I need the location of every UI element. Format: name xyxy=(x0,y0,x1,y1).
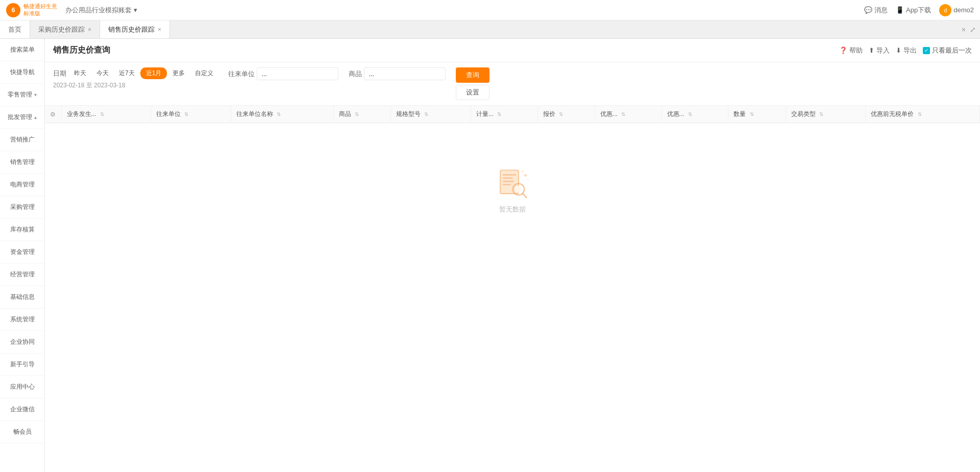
message-icon: 💬 xyxy=(864,6,872,14)
sort-arrows-biz-date: ⇅ xyxy=(100,111,104,117)
tab-sales-history-close[interactable]: × xyxy=(158,26,161,33)
wholesale-mgmt-arrow-icon: ▴ xyxy=(34,114,37,120)
svg-rect-4 xyxy=(503,184,511,185)
table-col-counterpart-id[interactable]: 往来单位 ⇅ xyxy=(151,106,231,123)
maximize-icon[interactable]: ⤢ xyxy=(970,26,976,34)
counterpart-input[interactable]: ... xyxy=(257,67,338,80)
table-col-biz-date[interactable]: 业务发生... ⇅ xyxy=(61,106,151,123)
date-btn-last7days[interactable]: 近7天 xyxy=(114,67,139,79)
sidebar-item-enterprise-collab[interactable]: 企业协同 xyxy=(0,331,44,353)
sidebar-item-basic-info[interactable]: 基础信息 xyxy=(0,286,44,309)
svg-point-9 xyxy=(522,171,523,172)
ecommerce-mgmt-label: 电商管理 xyxy=(10,180,35,189)
svg-rect-2 xyxy=(503,177,513,178)
table-header-row: ⚙ 业务发生... ⇅ 往来单位 ⇅ 往来单位名称 ⇅ xyxy=(45,106,980,123)
sidebar-item-operations-mgmt[interactable]: 经营管理 xyxy=(0,264,44,286)
table-col-counterpart-name[interactable]: 往来单位名称 ⇅ xyxy=(231,106,333,123)
top-bar-left: 6 畅捷通好生意 标准版 办公用品行业模拟账套 ▾ xyxy=(6,3,141,17)
table-col-spec[interactable]: 规格型号 ⇅ xyxy=(391,106,471,123)
empty-illustration xyxy=(492,164,533,205)
date-btn-more[interactable]: 更多 xyxy=(168,67,189,79)
operations-mgmt-label: 经营管理 xyxy=(10,270,35,279)
tab-purchase-history[interactable]: 采购历史价跟踪 × xyxy=(30,20,100,38)
date-buttons: 昨天 今天 近7天 近1月 更多 自定义 xyxy=(69,67,218,79)
product-input[interactable]: ... xyxy=(364,67,446,80)
query-button[interactable]: 查询 xyxy=(456,67,489,83)
wholesale-mgmt-label: 批发管理 xyxy=(8,113,32,122)
app-center-label: 应用中心 xyxy=(10,383,35,391)
table-col-quantity[interactable]: 数量 ⇅ xyxy=(728,106,786,123)
tab-sales-history-label: 销售历史价跟踪 xyxy=(108,25,155,34)
sidebar-item-marketing-promo[interactable]: 营销推广 xyxy=(0,129,44,151)
date-btn-today[interactable]: 今天 xyxy=(92,67,113,79)
sidebar-item-wholesale-mgmt[interactable]: 批发管理 ▴ xyxy=(0,106,44,129)
import-icon: ⬆ xyxy=(869,46,874,54)
date-btn-yesterday[interactable]: 昨天 xyxy=(69,67,91,79)
sidebar-item-finance-mgmt[interactable]: 资金管理 xyxy=(0,241,44,264)
date-btn-custom[interactable]: 自定义 xyxy=(190,67,218,79)
sidebar-item-quick-nav[interactable]: 快捷导航 xyxy=(0,61,44,84)
sidebar-item-app-center[interactable]: 应用中心 xyxy=(0,376,44,398)
sidebar-item-enterprise-wechat[interactable]: 企业微信 xyxy=(0,398,44,421)
svg-point-10 xyxy=(527,179,528,180)
basic-info-label: 基础信息 xyxy=(10,293,35,301)
sort-arrows-trade-type: ⇅ xyxy=(819,111,823,117)
table-col-discount2[interactable]: 优惠... ⇅ xyxy=(662,106,728,123)
app-download-btn[interactable]: 📱 App下载 xyxy=(896,6,931,15)
import-btn[interactable]: ⬆ 导入 xyxy=(869,46,890,55)
filter-bar: 日期 昨天 今天 近7天 近1月 更多 自定义 2023-02-18 至 202… xyxy=(45,62,980,106)
svg-line-7 xyxy=(523,194,526,198)
finance-mgmt-label: 资金管理 xyxy=(10,248,35,256)
help-btn[interactable]: ❓ 帮助 xyxy=(839,46,863,55)
tab-home[interactable]: 首页 xyxy=(0,20,30,38)
product-filter-label: 商品 xyxy=(349,69,362,79)
sidebar-item-ecommerce-mgmt[interactable]: 电商管理 xyxy=(0,174,44,196)
settings-button[interactable]: 设置 xyxy=(456,85,489,100)
sidebar-item-inventory-calc[interactable]: 库存核算 xyxy=(0,219,44,241)
sidebar-item-member-club[interactable]: 畅会员 xyxy=(0,421,44,443)
chevron-down-icon: ▾ xyxy=(134,6,137,14)
sort-arrows-counterpart-name: ⇅ xyxy=(277,111,281,117)
tab-sales-history[interactable]: 销售历史价跟踪 × xyxy=(100,20,170,38)
retail-mgmt-arrow-icon: ▾ xyxy=(34,92,37,98)
table-col-unit[interactable]: 计量... ⇅ xyxy=(471,106,537,123)
close-all-icon[interactable]: × xyxy=(962,26,966,34)
date-btn-last1month[interactable]: 近1月 xyxy=(140,67,167,79)
sidebar-item-system-mgmt[interactable]: 系统管理 xyxy=(0,309,44,331)
sidebar-item-sales-mgmt[interactable]: 销售管理 xyxy=(0,151,44,174)
only-last-checkbox-label[interactable]: 只看最后一次 xyxy=(923,46,972,55)
phone-icon: 📱 xyxy=(896,6,904,14)
product-filter: 商品 ... xyxy=(349,67,446,80)
table-col-discount1[interactable]: 优惠... ⇅ xyxy=(595,106,662,123)
table-col-product[interactable]: 商品 ⇅ xyxy=(333,106,390,123)
tab-purchase-history-label: 采购历史价跟踪 xyxy=(38,25,85,34)
table-col-quote[interactable]: 报价 ⇅ xyxy=(537,106,595,123)
svg-point-8 xyxy=(524,174,527,177)
data-table: ⚙ 业务发生... ⇅ 往来单位 ⇅ 往来单位名称 ⇅ xyxy=(45,106,980,123)
table-settings-icon[interactable]: ⚙ xyxy=(50,111,56,118)
purchase-mgmt-label: 采购管理 xyxy=(10,203,35,211)
only-last-checkbox[interactable] xyxy=(923,47,930,54)
app-selector[interactable]: 办公用品行业模拟账套 ▾ xyxy=(61,4,141,17)
member-club-label: 畅会员 xyxy=(13,428,32,436)
avatar: d xyxy=(939,4,951,16)
tab-bar-actions: × ⤢ xyxy=(958,26,980,34)
page-header: 销售历史价查询 ❓ 帮助 ⬆ 导入 ⬇ 导出 只看最后一次 xyxy=(45,39,980,62)
empty-text: 暂无数据 xyxy=(499,205,526,214)
message-btn[interactable]: 💬 消息 xyxy=(864,6,888,15)
sidebar-item-new-guide[interactable]: 新手引导 xyxy=(0,353,44,376)
export-btn[interactable]: ⬇ 导出 xyxy=(896,46,917,55)
tab-purchase-history-close[interactable]: × xyxy=(88,26,91,33)
app-selector-label: 办公用品行业模拟账套 xyxy=(65,6,132,15)
svg-rect-3 xyxy=(503,181,514,182)
empty-state: 暂无数据 xyxy=(45,123,980,255)
user-profile-btn[interactable]: d demo2 xyxy=(939,4,974,16)
content-area: 销售历史价查询 ❓ 帮助 ⬆ 导入 ⬇ 导出 只看最后一次 xyxy=(45,39,980,472)
system-mgmt-label: 系统管理 xyxy=(10,315,35,324)
table-col-trade-type[interactable]: 交易类型 ⇅ xyxy=(786,106,866,123)
app-logo-icon: 6 xyxy=(6,3,20,17)
sidebar-item-search-menu[interactable]: 搜索菜单 xyxy=(0,39,44,61)
table-col-pre-discount-price[interactable]: 优惠前无税单价 ⇅ xyxy=(866,106,980,123)
sidebar-item-purchase-mgmt[interactable]: 采购管理 xyxy=(0,196,44,219)
sidebar-item-retail-mgmt[interactable]: 零售管理 ▾ xyxy=(0,84,44,106)
